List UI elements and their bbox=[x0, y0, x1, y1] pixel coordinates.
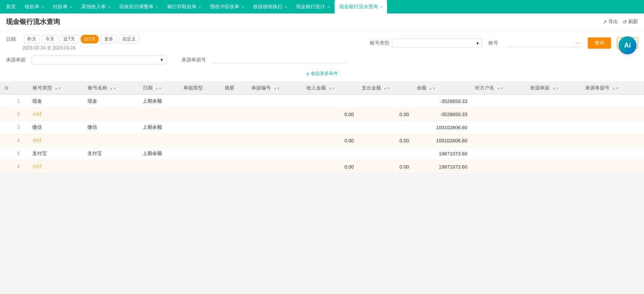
cell-account-type: 小计 bbox=[29, 160, 84, 173]
top-nav: 首页 收款单 × 付款单 × 其他收入单 × 应收应付调整单 × 银行存取款单 … bbox=[0, 0, 644, 13]
nav-yinhang[interactable]: 银行存取款单 × bbox=[163, 0, 206, 13]
cell-gear bbox=[0, 160, 14, 173]
cell-index: 4 bbox=[14, 134, 29, 147]
cell-date bbox=[139, 108, 180, 121]
table-row: 6小计0.000.0019871073.60 bbox=[0, 160, 644, 173]
nav-shoudan[interactable]: 收款单 × bbox=[20, 0, 48, 13]
col-account-type[interactable]: 账号类型 ▲▼ bbox=[29, 82, 84, 95]
date-btn-yesterday[interactable]: 昨天 bbox=[24, 35, 40, 43]
filter-row-2: 来源单据 ▾ 来源单据号 bbox=[6, 55, 638, 64]
account-label: 账号 bbox=[488, 40, 503, 46]
cell-date: 上期余额 bbox=[139, 95, 180, 108]
date-filter: 日期 昨天 今天 近7天 近1月 更多 自定义 2023-02-24 至 202… bbox=[6, 35, 139, 51]
cell-counterparty bbox=[471, 95, 526, 108]
query-button[interactable]: 查询 bbox=[588, 37, 611, 49]
account-type-group: 账号类型 ▾ bbox=[370, 39, 482, 48]
source-doc-no-input[interactable] bbox=[212, 57, 347, 62]
cell-account-name: 支付宝 bbox=[84, 147, 139, 160]
col-income[interactable]: 收入金额 ▲▼ bbox=[303, 82, 358, 95]
date-btn-today[interactable]: 今天 bbox=[42, 35, 58, 43]
ai-badge[interactable]: Ai bbox=[618, 36, 636, 54]
ai-label: Ai bbox=[624, 42, 631, 49]
cell-index: 1 bbox=[14, 95, 29, 108]
table-row: 5支付宝支付宝上期余额19871073.60 bbox=[0, 147, 644, 160]
col-summary: 摘要 bbox=[221, 82, 248, 95]
cell-expense bbox=[357, 121, 413, 134]
close-icon[interactable]: × bbox=[108, 4, 110, 9]
cell-account-name bbox=[84, 134, 139, 147]
nav-qitashouru[interactable]: 其他收入单 × bbox=[77, 0, 115, 13]
close-icon[interactable]: × bbox=[380, 4, 383, 9]
collapse-icon: ∧ bbox=[306, 71, 309, 76]
date-range-display: 2023-02-24 至 2023-03-24 bbox=[23, 45, 139, 51]
cell-source-doc bbox=[526, 147, 581, 160]
nav-xianjin-query[interactable]: 现金银行流水查询 × bbox=[335, 0, 387, 13]
cell-income bbox=[303, 121, 358, 134]
cell-income: 0.00 bbox=[303, 108, 358, 121]
cell-source-doc bbox=[526, 160, 581, 173]
table-row: 1现金现金上期余额-3528659.33 bbox=[0, 95, 644, 108]
sort-icon: ▲▼ bbox=[273, 87, 280, 90]
close-icon[interactable]: × bbox=[156, 4, 158, 9]
cell-counterparty bbox=[471, 147, 526, 160]
table-header-row: ⚙ 账号类型 ▲▼ 账号名称 ▲▼ 日期 ▲▼ 单据类型 摘要 单 bbox=[0, 82, 644, 95]
export-button[interactable]: ↗ 导出 bbox=[603, 18, 618, 25]
col-doc-no[interactable]: 单据编号 ▲▼ bbox=[248, 82, 303, 95]
close-icon[interactable]: × bbox=[42, 4, 44, 9]
account-lookup-button[interactable]: ··· bbox=[574, 39, 582, 46]
close-icon[interactable]: × bbox=[199, 4, 201, 9]
date-btn-custom[interactable]: 自定义 bbox=[119, 35, 139, 43]
cell-counterparty bbox=[471, 108, 526, 121]
sort-icon: ▲▼ bbox=[54, 87, 61, 90]
table-container: ⚙ 账号类型 ▲▼ 账号名称 ▲▼ 日期 ▲▼ 单据类型 摘要 单 bbox=[0, 82, 644, 173]
cell-doc-no bbox=[248, 160, 303, 173]
cell-doc-no bbox=[248, 147, 303, 160]
nav-home[interactable]: 首页 bbox=[2, 0, 20, 13]
close-icon[interactable]: × bbox=[70, 4, 72, 9]
date-btn-1month[interactable]: 近1月 bbox=[81, 35, 99, 43]
cell-source-doc bbox=[526, 108, 581, 121]
close-icon[interactable]: × bbox=[242, 4, 244, 9]
nav-yingshouyingfu[interactable]: 应收应付调整单 × bbox=[115, 0, 162, 13]
filter-area: 日期 昨天 今天 近7天 近1月 更多 自定义 2023-02-24 至 202… bbox=[0, 30, 644, 82]
collapse-bar[interactable]: ∧ 收起更多条件 bbox=[6, 68, 638, 77]
cell-balance: 100102606.60 bbox=[413, 121, 471, 134]
cell-gear bbox=[0, 108, 14, 121]
close-icon[interactable]: × bbox=[327, 4, 330, 9]
sort-icon: ▲▼ bbox=[110, 87, 116, 90]
cell-expense: 0.00 bbox=[357, 160, 413, 173]
date-btn-more[interactable]: 更多 bbox=[101, 35, 117, 43]
cell-doc-type bbox=[180, 147, 221, 160]
cell-account-name bbox=[84, 160, 139, 173]
cell-doc-no bbox=[248, 95, 303, 108]
col-date[interactable]: 日期 ▲▼ bbox=[139, 82, 180, 95]
col-account-name[interactable]: 账号名称 ▲▼ bbox=[84, 82, 139, 95]
col-expense[interactable]: 支出金额 ▲▼ bbox=[357, 82, 413, 95]
cell-expense bbox=[357, 147, 413, 160]
source-doc-select[interactable]: ▾ bbox=[32, 55, 167, 64]
header-actions: ↗ 导出 ↺ 刷新 bbox=[603, 18, 638, 25]
table-body: 1现金现金上期余额-3528659.332小计0.000.00-3528659.… bbox=[0, 95, 644, 173]
sort-icon: ▲▼ bbox=[552, 87, 559, 90]
nav-shoukuan[interactable]: 收款核销执行 × bbox=[249, 0, 291, 13]
cell-source-doc-no bbox=[581, 95, 644, 108]
nav-fukudan[interactable]: 付款单 × bbox=[48, 0, 77, 13]
gear-icon[interactable]: ⚙ bbox=[4, 85, 9, 91]
account-type-select[interactable]: ▾ bbox=[392, 39, 482, 48]
cell-counterparty bbox=[471, 134, 526, 147]
col-balance[interactable]: 余额 ▲▼ bbox=[413, 82, 471, 95]
refresh-button[interactable]: ↺ 刷新 bbox=[623, 18, 638, 25]
nav-yushou[interactable]: 预收冲应收单 × bbox=[206, 0, 248, 13]
col-source-doc[interactable]: 来源单据 ▲▼ bbox=[526, 82, 581, 95]
date-btn-7days[interactable]: 近7天 bbox=[60, 35, 78, 43]
account-input[interactable] bbox=[506, 40, 574, 45]
cell-doc-type bbox=[180, 134, 221, 147]
nav-xianjin-stat[interactable]: 现金银行统计 × bbox=[291, 0, 334, 13]
col-doc-type: 单据类型 bbox=[180, 82, 221, 95]
col-counterparty[interactable]: 对方户名 ▲▼ bbox=[471, 82, 526, 95]
close-icon[interactable]: × bbox=[285, 4, 287, 9]
source-doc-no-label: 来源单据号 bbox=[182, 57, 206, 63]
col-source-doc-no[interactable]: 来源单据号 ▲▼ bbox=[581, 82, 644, 95]
cell-expense: 0.00 bbox=[357, 108, 413, 121]
cell-expense: 0.00 bbox=[357, 134, 413, 147]
